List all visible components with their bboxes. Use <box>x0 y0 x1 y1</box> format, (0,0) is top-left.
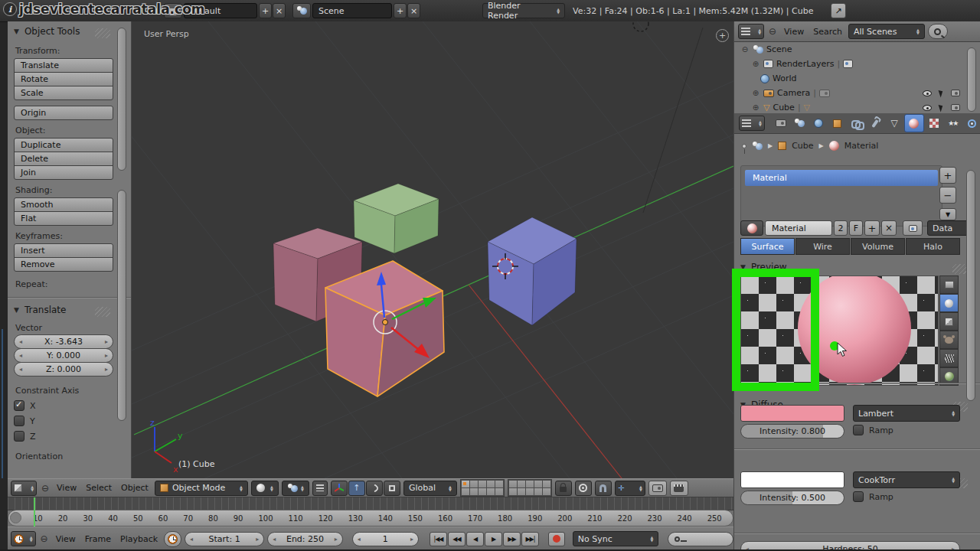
material-slot-selected[interactable]: Material <box>745 170 938 186</box>
breadcrumb-material[interactable]: Material <box>844 141 879 151</box>
vector-z-field[interactable]: ◂ Z: 0.000 ▸ <box>14 362 113 377</box>
tree-expand-icon[interactable]: ⊕ <box>751 60 760 68</box>
viewport-canvas[interactable]: z y x <box>132 21 733 478</box>
menu-playback[interactable]: Playback <box>117 534 161 544</box>
constraint-axis-y[interactable]: Y <box>14 413 113 429</box>
duplicate-button[interactable]: Duplicate <box>14 138 113 152</box>
translate-button[interactable]: Translate <box>14 58 113 73</box>
translate-panel-header[interactable]: ▼ Translate <box>14 305 113 315</box>
layer-cell[interactable] <box>526 481 534 487</box>
slot-specials-button[interactable]: ▼ <box>939 208 956 220</box>
slot-add-button[interactable]: + <box>939 167 956 184</box>
tab-render[interactable] <box>772 115 790 132</box>
constraint-axis-z[interactable]: Z <box>14 429 113 444</box>
outliner-item-label[interactable]: Cube <box>773 103 794 112</box>
checkbox-y[interactable] <box>14 416 24 426</box>
tab-modifiers[interactable] <box>866 115 884 132</box>
menu-search[interactable]: Search <box>810 27 845 37</box>
pivot-point-dropdown[interactable] <box>282 481 309 496</box>
play-button[interactable]: ▶ <box>485 532 502 546</box>
ramp-checkbox[interactable] <box>853 491 864 502</box>
snap-element-dropdown[interactable]: ✛ <box>615 481 645 496</box>
frame-end-field[interactable]: ◂ End: 250 ▸ <box>267 532 343 546</box>
tool-shelf-scrollbar[interactable] <box>117 28 126 171</box>
slider-left-icon[interactable]: ◂ <box>273 536 276 543</box>
render-toggle-icon[interactable] <box>951 104 960 111</box>
vector-y-field[interactable]: ◂ Y: 0.000 ▸ <box>14 348 113 363</box>
record-button[interactable] <box>548 532 565 546</box>
outliner-row-scene[interactable]: ⊖ Scene <box>734 42 980 57</box>
jump-to-start-button[interactable]: |◀◀ <box>430 532 447 546</box>
timeline-ruler[interactable]: 1020304050607080901001101201301401501601… <box>8 510 733 527</box>
layer-cell[interactable] <box>509 481 517 487</box>
cube-pink-selected[interactable] <box>325 261 444 396</box>
tab-material[interactable] <box>904 114 924 132</box>
preview-cube-button[interactable] <box>939 312 959 331</box>
breadcrumb-object[interactable]: Cube <box>792 141 813 151</box>
pivot-align-toggle[interactable] <box>312 481 328 496</box>
tree-collapse-icon[interactable]: ⊖ <box>740 45 750 54</box>
menu-object[interactable]: Object <box>118 483 152 493</box>
rotate-manipulator-button[interactable] <box>366 481 383 496</box>
hide-toggle-icon[interactable] <box>923 105 932 111</box>
origin-button[interactable]: Origin <box>14 106 113 120</box>
selectable-toggle-icon[interactable] <box>939 103 945 112</box>
slot-remove-button[interactable]: − <box>939 187 956 204</box>
material-name-field[interactable]: Material <box>765 220 832 236</box>
users-count-button[interactable]: 2 <box>834 220 848 236</box>
diffuse-shader-dropdown[interactable]: Lambert <box>853 405 960 422</box>
unlink-material-button[interactable]: × <box>881 220 897 236</box>
outliner-item-label[interactable]: World <box>773 73 797 83</box>
current-frame-field[interactable]: ◂ 1 ▸ <box>352 532 419 546</box>
scale-button[interactable]: Scale <box>14 86 113 100</box>
use-nodes-button[interactable] <box>903 220 923 236</box>
proportional-edit-button[interactable] <box>575 481 592 496</box>
outliner-item-label[interactable]: RenderLayers <box>776 59 835 69</box>
prev-keyframe-button[interactable]: ◀◀ <box>448 532 466 546</box>
next-keyframe-button[interactable]: ▶▶ <box>503 532 521 546</box>
timeline-scroll-cap[interactable] <box>10 512 21 523</box>
timeline-playhead[interactable] <box>34 497 35 527</box>
scene-name-field[interactable]: Scene <box>312 3 392 18</box>
tab-data[interactable]: ▽ <box>885 115 903 132</box>
object-tools-panel-header[interactable]: ▼ Object Tools <box>14 26 113 37</box>
layout-delete-button[interactable]: × <box>273 3 286 18</box>
diffuse-color-swatch[interactable] <box>740 405 844 422</box>
scale-manipulator-button[interactable] <box>384 481 400 496</box>
specular-shader-dropdown[interactable]: CookTorr <box>853 471 960 488</box>
viewport-shading-dropdown[interactable] <box>251 481 279 496</box>
lock-to-scene-button[interactable] <box>555 481 572 496</box>
tab-world[interactable] <box>809 115 828 132</box>
selectable-toggle-icon[interactable] <box>939 89 945 97</box>
scene-delete-button[interactable]: × <box>407 3 420 18</box>
translate-manipulator-button[interactable]: ↑ <box>348 481 365 496</box>
fake-user-button[interactable]: F <box>849 220 863 236</box>
outliner-row-camera[interactable]: ⊕ Camera | <box>734 86 980 100</box>
scene-add-button[interactable]: + <box>394 3 407 18</box>
slider-right-icon[interactable]: ▸ <box>105 366 108 373</box>
tab-wire[interactable]: Wire <box>795 238 850 255</box>
snap-toggle-button[interactable] <box>595 481 612 496</box>
transform-orientation-dropdown[interactable]: Global <box>403 481 457 496</box>
new-material-button[interactable]: + <box>864 220 880 236</box>
layer-cell[interactable] <box>518 488 525 495</box>
render-opengl-anim-button[interactable] <box>670 481 688 496</box>
display-mode-dropdown[interactable]: All Scenes <box>848 24 925 39</box>
hide-toggle-icon[interactable] <box>923 90 932 96</box>
layers-grid-left[interactable] <box>460 479 505 497</box>
outliner-item-label[interactable]: Camera <box>777 88 810 98</box>
slider-right-icon[interactable]: ▸ <box>335 536 338 543</box>
layer-cell[interactable] <box>534 481 542 487</box>
insert-keyframe-button[interactable]: Insert <box>14 243 113 258</box>
editor-type-button[interactable] <box>11 481 37 496</box>
menu-frame[interactable]: Frame <box>82 534 114 544</box>
tab-physics[interactable] <box>962 115 980 132</box>
layer-cell[interactable] <box>495 488 503 495</box>
playback-range-lock-button[interactable] <box>164 531 181 547</box>
slider-right-icon[interactable]: ▸ <box>105 338 108 345</box>
sync-mode-dropdown[interactable]: No Sync <box>573 531 658 546</box>
layer-cell[interactable] <box>509 488 517 495</box>
constraint-axis-x[interactable]: X <box>14 398 113 413</box>
layer-cell[interactable] <box>543 481 550 487</box>
rotate-button[interactable]: Rotate <box>14 72 113 86</box>
